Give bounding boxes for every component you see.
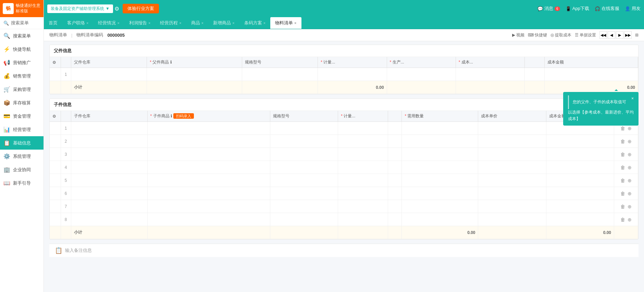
child-row-4-copy[interactable]: ⊕ — [628, 165, 632, 170]
child-row-3-spec[interactable] — [270, 148, 338, 161]
nav-prev[interactable]: ◀ — [608, 31, 615, 39]
child-row-2-spec[interactable] — [270, 135, 338, 148]
child-row-2-copy[interactable]: ⊕ — [628, 139, 632, 144]
message-button[interactable]: 💬 消息 6 — [537, 5, 560, 12]
tab-bom[interactable]: 物料清单 × — [270, 17, 301, 29]
sidebar-item-system[interactable]: ⚙️系统管理 — [0, 150, 44, 163]
child-row-1-copy[interactable]: ⊕ — [628, 126, 632, 131]
parent-col-gear[interactable]: ⚙ — [50, 57, 61, 68]
tab-close-customer[interactable]: × — [86, 21, 88, 25]
child-row-1-product[interactable] — [147, 122, 270, 135]
tab-customer[interactable]: 客户联络 × — [62, 17, 93, 29]
child-row-4-unit-cost[interactable] — [478, 161, 546, 174]
child-row-3-unit[interactable] — [338, 148, 388, 161]
child-row-1-spec[interactable] — [270, 122, 338, 135]
tab-profit[interactable]: 利润报告 × — [124, 17, 155, 29]
trial-button[interactable]: 体验行业方案 — [123, 4, 159, 13]
tab-product[interactable]: 商品 × — [186, 17, 208, 29]
sidebar-item-operations[interactable]: 📊经营管理 — [0, 123, 44, 136]
shortcut-button[interactable]: ⌨ 快捷键 — [528, 32, 547, 38]
parent-row-1-warehouse[interactable] — [71, 68, 147, 81]
child-row-6-unit[interactable] — [338, 187, 388, 200]
sidebar-item-purchase[interactable]: 🛒采购管理 — [0, 83, 44, 96]
child-row-4-spec[interactable] — [270, 161, 338, 174]
gear-icon[interactable]: ⚙ — [114, 5, 119, 12]
nav-first[interactable]: ◀◀ — [599, 31, 607, 39]
child-row-8-quantity[interactable] — [402, 213, 478, 226]
tab-close-bom[interactable]: × — [294, 21, 296, 25]
child-row-1-delete[interactable]: 🗑 — [620, 126, 625, 131]
service-button[interactable]: 🎧 在线客服 — [595, 5, 619, 12]
child-row-8-unit-cost[interactable] — [478, 213, 546, 226]
sidebar-item-sales[interactable]: 💰销售管理 — [0, 69, 44, 83]
tooltip-close[interactable]: × — [631, 95, 634, 102]
sidebar-item-basic[interactable]: 📋基础信息 — [0, 136, 44, 150]
tab-close-operations[interactable]: × — [117, 21, 119, 25]
tab-close-new-product[interactable]: × — [232, 21, 234, 25]
app-download-button[interactable]: 📱 App下载 — [566, 5, 589, 12]
tab-operations[interactable]: 经营情况 × — [93, 17, 124, 29]
parent-row-1-cost[interactable] — [456, 68, 524, 81]
child-row-6-spec[interactable] — [270, 187, 338, 200]
child-row-6-copy[interactable]: ⊕ — [628, 191, 632, 196]
child-row-7-spec[interactable] — [270, 200, 338, 213]
parent-row-1-spec[interactable] — [242, 68, 318, 81]
user-menu[interactable]: 👤 用友 — [625, 5, 641, 12]
child-row-3-copy[interactable]: ⊕ — [628, 152, 632, 157]
child-row-7-delete[interactable]: 🗑 — [620, 204, 625, 209]
sidebar-item-enterprise[interactable]: 🏢企业协同 — [0, 163, 44, 176]
sidebar-item-finance[interactable]: 💳资金管理 — [0, 109, 44, 123]
child-row-5-spec[interactable] — [270, 174, 338, 187]
child-row-7-warehouse[interactable] — [71, 200, 147, 213]
child-row-4-unit[interactable] — [338, 161, 388, 174]
child-row-2-product[interactable] — [147, 135, 270, 148]
child-row-7-quantity[interactable] — [402, 200, 478, 213]
child-row-5-unit-cost[interactable] — [478, 174, 546, 187]
child-row-5-quantity[interactable] — [402, 174, 478, 187]
child-row-5-product[interactable] — [147, 174, 270, 187]
child-row-3-unit-cost[interactable] — [478, 148, 546, 161]
child-row-2-unit[interactable] — [338, 135, 388, 148]
child-row-6-quantity[interactable] — [402, 187, 478, 200]
parent-row-1-unit[interactable] — [318, 68, 387, 81]
child-row-6-unit-cost[interactable] — [478, 187, 546, 200]
sidebar-item-quick-nav[interactable]: ⚡快捷导航 — [0, 43, 44, 56]
child-row-7-unit[interactable] — [338, 200, 388, 213]
sidebar-item-marketing[interactable]: 📢营销推广 — [0, 56, 44, 69]
child-row-8-warehouse[interactable] — [71, 213, 147, 226]
child-row-8-product[interactable] — [147, 213, 270, 226]
child-row-4-product[interactable] — [147, 161, 270, 174]
child-row-4-quantity[interactable] — [402, 161, 478, 174]
child-row-8-spec[interactable] — [270, 213, 338, 226]
child-row-7-copy[interactable]: ⊕ — [628, 204, 632, 209]
child-row-7-product[interactable] — [147, 200, 270, 213]
sidebar-item-search[interactable]: 🔍搜索菜单 — [0, 29, 44, 43]
child-row-1-unit[interactable] — [338, 122, 388, 135]
extract-cost-button[interactable]: ◎ 提取成本 — [550, 32, 571, 38]
tab-close-history[interactable]: × — [179, 21, 181, 25]
child-row-3-warehouse[interactable] — [71, 148, 147, 161]
child-row-7-unit-cost[interactable] — [478, 200, 546, 213]
breadcrumb-bom[interactable]: 物料清单 — [49, 32, 67, 38]
child-row-2-delete[interactable]: 🗑 — [620, 139, 625, 144]
parent-row-1-product[interactable] — [147, 68, 242, 81]
child-row-4-delete[interactable]: 🗑 — [620, 165, 625, 170]
view-button[interactable]: ▶ 视频 — [512, 32, 524, 38]
child-row-6-product[interactable] — [147, 187, 270, 200]
child-row-4-warehouse[interactable] — [71, 161, 147, 174]
child-row-3-product[interactable] — [147, 148, 270, 161]
tab-home[interactable]: 首页 — [44, 17, 62, 29]
nav-next[interactable]: ▶ — [616, 31, 623, 39]
child-row-6-warehouse[interactable] — [71, 187, 147, 200]
child-row-5-unit[interactable] — [338, 174, 388, 187]
child-row-8-delete[interactable]: 🗑 — [620, 217, 625, 222]
child-row-3-delete[interactable]: 🗑 — [620, 152, 625, 157]
tab-close-profit[interactable]: × — [148, 21, 150, 25]
child-row-5-copy[interactable]: ⊕ — [628, 178, 632, 183]
child-row-5-delete[interactable]: 🗑 — [620, 178, 625, 183]
tab-close-product[interactable]: × — [201, 21, 203, 25]
parent-row-1-production[interactable] — [387, 68, 456, 81]
child-row-3-quantity[interactable] — [402, 148, 478, 161]
sidebar-item-guide[interactable]: 📖新手引导 — [0, 176, 44, 190]
search-menu[interactable]: 🔍 搜索菜单 — [0, 17, 44, 29]
